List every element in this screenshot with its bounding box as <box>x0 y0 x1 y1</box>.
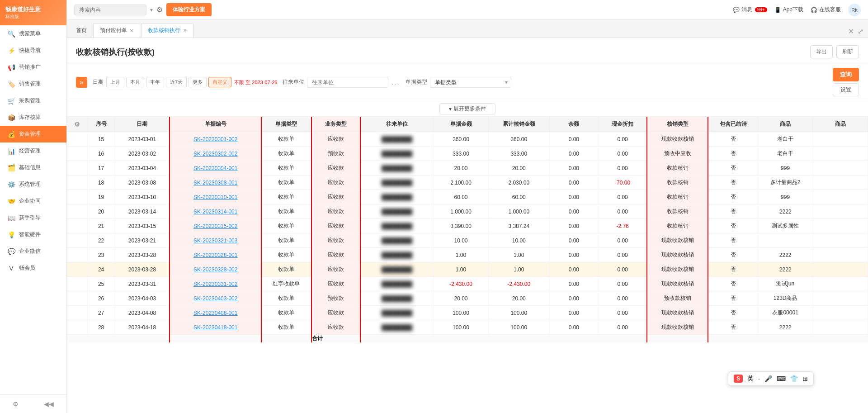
filter-action-group: 查询 设置 <box>833 68 859 96</box>
row-docno[interactable]: SK-20230328-001 <box>170 248 261 262</box>
col-settings-icon[interactable]: ⚙ <box>67 117 87 132</box>
app-download-item[interactable]: 📱 App下载 <box>774 6 803 14</box>
tab-prepay[interactable]: 预付应付单 × <box>93 23 140 38</box>
table-row: 24 2023-03-28 SK-20230328-002 收款单 应收款 ██… <box>67 262 868 277</box>
col-doctype-header: 单据类型 <box>261 117 311 132</box>
filter-expand-button[interactable]: » <box>76 77 87 88</box>
sidebar-item-13[interactable]: 💬企业微信 <box>0 243 66 260</box>
row-docno[interactable]: SK-20230418-001 <box>170 320 261 335</box>
industry-solution-button[interactable]: 体验行业方案 <box>166 3 212 16</box>
row-docno[interactable]: SK-20230321-003 <box>170 233 261 248</box>
row-goods2 <box>813 161 868 176</box>
sidebar-item-3[interactable]: 🏷️销售管理 <box>0 76 66 92</box>
row-date: 2023-03-15 <box>115 219 170 233</box>
row-no: 27 <box>87 306 115 320</box>
phone-icon: 📱 <box>774 7 781 13</box>
this-year-btn[interactable]: 本年 <box>146 77 164 87</box>
sidebar-item-6[interactable]: 💰资金管理 <box>0 126 66 142</box>
collapse-icon[interactable]: ◀◀ <box>40 399 57 409</box>
row-goods: 999 <box>758 161 813 176</box>
online-service-item[interactable]: 🎧 在线客服 <box>811 6 841 14</box>
sidebar-item-5[interactable]: 📦库存核算 <box>0 109 66 126</box>
row-cum: 2,030.00 <box>488 176 549 190</box>
row-cum: 60.00 <box>488 190 549 204</box>
sidebar-item-9[interactable]: ⚙️系统管理 <box>0 176 66 193</box>
row-party: ████████ <box>360 219 434 233</box>
this-month-btn[interactable]: 本月 <box>126 77 144 87</box>
row-goods2 <box>813 147 868 161</box>
topbar-chevron-icon[interactable]: ▾ <box>150 7 153 13</box>
row-vertype: 预收款核销 <box>647 291 708 306</box>
last-7days-btn[interactable]: 近7天 <box>166 77 187 87</box>
sidebar-item-8[interactable]: 🗂️基础信息 <box>0 159 66 176</box>
float-bar-icon1[interactable]: 英 <box>747 375 754 383</box>
user-avatar-item[interactable]: Rit <box>848 4 861 16</box>
export-button[interactable]: 导出 <box>810 45 833 58</box>
tab-prepay-close[interactable]: × <box>130 27 133 34</box>
row-docno[interactable]: SK-20230308-001 <box>170 176 261 190</box>
row-doctype: 收款单 <box>261 204 311 219</box>
row-goods: 老白干 <box>758 147 813 161</box>
party-ellipsis[interactable]: ... <box>391 78 400 86</box>
row-docno[interactable]: SK-20230302-002 <box>170 147 261 161</box>
settings-bottom-icon[interactable]: ⚙ <box>9 399 22 409</box>
total-docno <box>170 335 261 343</box>
float-bar-keyboard-icon[interactable]: ⌨ <box>777 375 786 382</box>
tab-collection-close[interactable]: × <box>183 27 187 34</box>
maximize-icon[interactable]: ⤢ <box>858 27 863 36</box>
sidebar-item-10[interactable]: 🤝企业协同 <box>0 193 66 209</box>
tab-collection[interactable]: 收款核销执行 × <box>141 23 193 38</box>
more-date-btn[interactable]: 更多 <box>189 77 207 87</box>
filter-settings-button[interactable]: 设置 <box>833 83 859 96</box>
sidebar-item-1[interactable]: ⚡快捷导航 <box>0 42 66 59</box>
row-balance: 0.00 <box>549 291 598 306</box>
party-filter-input[interactable] <box>307 77 388 88</box>
refresh-button[interactable]: 刷新 <box>836 45 859 58</box>
row-cum: 3,387.24 <box>488 219 549 233</box>
sidebar-item-0[interactable]: 🔍搜索菜单 <box>0 25 66 42</box>
row-docno[interactable]: SK-20230304-001 <box>170 161 261 176</box>
query-button[interactable]: 查询 <box>833 68 859 81</box>
expand-more-button[interactable]: ▾ 展开更多条件 <box>439 103 495 114</box>
row-date: 2023-03-04 <box>115 161 170 176</box>
topbar-gear-icon[interactable]: ⚙ <box>156 5 163 14</box>
row-docno[interactable]: SK-20230310-001 <box>170 190 261 204</box>
sidebar-item-7[interactable]: 📊经营管理 <box>0 142 66 159</box>
row-balance: 0.00 <box>549 320 598 335</box>
sidebar-item-12[interactable]: 💡智能硬件 <box>0 226 66 243</box>
row-docno[interactable]: SK-20230408-001 <box>170 306 261 320</box>
row-docno[interactable]: SK-20230315-002 <box>170 219 261 233</box>
sidebar-logo: 畅康道好生意 标准版 <box>0 0 66 25</box>
row-docno[interactable]: SK-20230403-002 <box>170 291 261 306</box>
custom-date-btn[interactable]: 自定义 <box>208 77 231 87</box>
row-docno[interactable]: SK-20230328-002 <box>170 262 261 277</box>
sidebar-item-4[interactable]: 🛒采购管理 <box>0 92 66 109</box>
tab-home[interactable]: 首页 <box>71 23 92 38</box>
topbar-search-input[interactable] <box>74 5 146 15</box>
row-docno[interactable]: SK-20230331-002 <box>170 277 261 291</box>
sidebar-item-14[interactable]: V畅会员 <box>0 260 66 276</box>
messages-item[interactable]: 💬 消息 99+ <box>733 6 767 14</box>
row-settings <box>67 248 87 262</box>
float-bar-shirt-icon[interactable]: 👕 <box>790 375 798 382</box>
total-biztype: 合计 <box>311 335 360 343</box>
float-bar-grid-icon[interactable]: ⊞ <box>802 375 808 382</box>
last-month-btn[interactable]: 上月 <box>106 77 124 87</box>
table-row: 18 2023-03-08 SK-20230308-001 收款单 应收款 ██… <box>67 176 868 190</box>
doctype-filter-select[interactable]: 单据类型 <box>430 77 511 88</box>
col-cum-header: 累计核销金额 <box>488 117 549 132</box>
row-goods: 2222 <box>758 204 813 219</box>
close-tab-icon[interactable]: ✕ <box>848 27 854 36</box>
topbar-right: 💬 消息 99+ 📱 App下载 🎧 在线客服 Rit <box>733 4 861 16</box>
row-docno[interactable]: SK-20230314-001 <box>170 204 261 219</box>
float-bar-mic-icon[interactable]: 🎤 <box>764 375 772 382</box>
nav-label-14: 畅会员 <box>19 264 35 272</box>
doctype-select-wrap: 单据类型 <box>430 77 511 88</box>
row-discount: 0.00 <box>598 161 647 176</box>
sidebar-item-11[interactable]: 📖新手引导 <box>0 209 66 226</box>
row-docno[interactable]: SK-20230301-002 <box>170 132 261 147</box>
row-settled: 否 <box>708 262 758 277</box>
float-bar-icon2[interactable]: · <box>758 375 760 382</box>
sidebar-item-2[interactable]: 📢营销推广 <box>0 59 66 76</box>
message-icon: 💬 <box>733 7 740 13</box>
